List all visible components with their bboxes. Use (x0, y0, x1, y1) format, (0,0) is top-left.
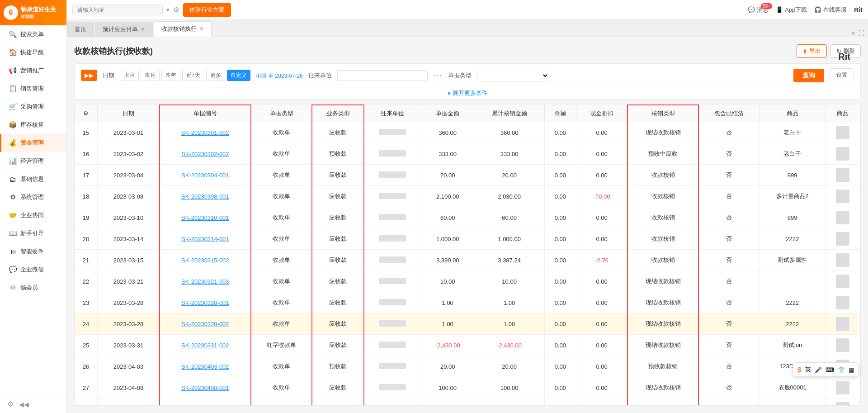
cell-doc-no[interactable]: SK-20230314-001 (160, 228, 251, 250)
filter-this-month[interactable]: 本月 (141, 70, 160, 81)
col-biz-type[interactable]: 业务类型 (312, 105, 363, 122)
export-btn[interactable]: ⬆ 导出 (797, 44, 827, 58)
sidebar-item-finance[interactable]: 💰资金管理 (0, 134, 66, 152)
filter-this-year[interactable]: 本年 (161, 70, 180, 81)
cell-cancel-amount: 100.00 (474, 377, 544, 399)
app-download-btn[interactable]: 📱 App下载 (776, 6, 807, 14)
filter-more[interactable]: 更多 (206, 70, 225, 81)
table-row: 17 2023-03-04 SK-20230304-001 收款单 应收款 20… (75, 165, 860, 186)
col-cancel-type[interactable]: 核销类型 (627, 105, 698, 122)
cell-doc-no[interactable]: SK-20230418-001 (160, 399, 251, 406)
sidebar-item-guide[interactable]: 📖新手引导 (0, 224, 66, 242)
address-input[interactable] (72, 5, 163, 15)
col-product[interactable]: 商品 (760, 105, 826, 122)
float-mic-icon[interactable]: 🎤 (815, 366, 822, 373)
sidebar-item-corp[interactable]: 🤝企业协同 (0, 206, 66, 224)
cell-doc-no[interactable]: SK-20230328-002 (160, 313, 251, 335)
setting-btn[interactable]: 设置 (830, 68, 854, 82)
col-include-settled[interactable]: 包含已结清 (698, 105, 760, 122)
wechat-icon: 💬 (9, 266, 17, 274)
cell-cancel-amount: 2,030.00 (474, 186, 544, 207)
cell-cancel-amount: 60.00 (474, 207, 544, 228)
query-btn[interactable]: 查询 (793, 69, 824, 82)
sidebar-item-member[interactable]: ♾畅会员 (0, 279, 66, 297)
cell-cash-discount: 0.00 (576, 377, 628, 399)
col-date[interactable]: 日期 (98, 105, 160, 122)
filter-7days[interactable]: 近7天 (182, 70, 204, 81)
sidebar-item-wechat[interactable]: 💬企业微信 (0, 261, 66, 279)
filter-doc-type-select[interactable] (477, 70, 549, 81)
cell-amount: 100.00 (421, 399, 474, 406)
sidebar-item-operations[interactable]: 📊经营管理 (0, 152, 66, 170)
cell-doc-no[interactable]: SK-20230328-001 (160, 292, 251, 313)
collapse-icon[interactable]: ◀◀ (19, 401, 29, 408)
col-doc-no[interactable]: 单据编号 (160, 105, 251, 122)
cell-cash-discount: 0.00 (576, 271, 628, 292)
sidebar-item-shortcut[interactable]: 🏠快捷导航 (0, 43, 66, 62)
cell-include-settled: 否 (698, 165, 760, 186)
industry-btn[interactable]: 体验行业方案 (183, 3, 231, 17)
sidebar-item-purchase[interactable]: 🛒采购管理 (0, 98, 66, 116)
settings-footer-icon[interactable]: ⚙ (7, 400, 14, 408)
shortcut-icon: 🏠 (9, 48, 17, 57)
col-cash-discount[interactable]: 现金折扣 (576, 105, 628, 122)
gear-icon[interactable]: ⚙ (173, 5, 179, 14)
tab-receipt-cancel[interactable]: 收款核销执行 ✕ (154, 21, 212, 37)
filter-last-month[interactable]: 上月 (120, 70, 139, 81)
cell-biz-type: 预收款 (312, 143, 363, 165)
float-grid-icon[interactable]: ▦ (849, 366, 854, 373)
sidebar-item-stock[interactable]: 📦库存核算 (0, 116, 66, 134)
col-balance[interactable]: 余额 (544, 105, 576, 122)
cell-doc-no[interactable]: SK-20230408-001 (160, 377, 251, 399)
tab-payable-close[interactable]: ✕ (141, 26, 145, 33)
col-product2[interactable]: 商品 (826, 105, 860, 122)
sidebar-item-system[interactable]: ⚙系统管理 (0, 188, 66, 206)
tab-close-all-icon[interactable]: ✕ (851, 30, 856, 37)
col-amount[interactable]: 单据金额 (421, 105, 474, 122)
cell-cancel-type: 现结收款核销 (627, 399, 698, 406)
cell-biz-type: 应收款 (312, 228, 363, 250)
sidebar-item-base[interactable]: 🗂基础信息 (0, 170, 66, 188)
filter-expand-bar[interactable]: ▾ 展开更多条件 (74, 87, 861, 100)
cell-doc-no[interactable]: SK-20230304-001 (160, 165, 251, 186)
sidebar-item-marketing[interactable]: 📢营销推广 (0, 62, 66, 80)
cell-doc-type: 收款单 (251, 122, 312, 143)
sidebar-item-search[interactable]: 🔍搜索菜单 (0, 25, 66, 43)
filter-toggle-btn[interactable]: ▶▶ (81, 70, 97, 81)
online-service-btn[interactable]: 🎧 在线客服 (814, 6, 847, 14)
col-partner[interactable]: 往来单位 (364, 105, 421, 122)
user-avatar[interactable]: Rit (854, 6, 863, 14)
cell-doc-no[interactable]: SK-20230321-003 (160, 271, 251, 292)
col-doc-type[interactable]: 单据类型 (251, 105, 312, 122)
cell-doc-no[interactable]: SK-20230302-002 (160, 143, 251, 165)
cell-partner (364, 250, 421, 271)
col-settings[interactable]: ⚙ (75, 105, 98, 122)
tab-expand-icon[interactable]: ⛶ (859, 30, 864, 37)
float-shirt-icon[interactable]: 👕 (838, 366, 845, 373)
sidebar-item-sales[interactable]: 📋销售管理 (0, 80, 66, 98)
float-keyboard-icon[interactable]: ⌨ (826, 366, 834, 373)
tab-receipt-cancel-close[interactable]: ✕ (199, 26, 204, 32)
col-cancel-amount[interactable]: 累计核销金额 (474, 105, 544, 122)
cell-doc-no[interactable]: SK-20230308-001 (160, 186, 251, 207)
filter-custom-btn[interactable]: 自定义 (227, 70, 250, 81)
filter-partner-dots[interactable]: ··· (433, 71, 443, 80)
cell-product: 测试多属性 (760, 250, 826, 271)
member-icon: ♾ (9, 284, 17, 292)
cell-cancel-amount: 1.00 (474, 313, 544, 335)
tab-payable[interactable]: 预计应应付单 ✕ (95, 22, 153, 37)
message-btn[interactable]: 💬 消息 99+ (748, 6, 769, 14)
cell-doc-no[interactable]: SK-20230403-002 (160, 356, 251, 377)
cell-cancel-type: 现结收款核销 (627, 335, 698, 356)
cell-doc-no[interactable]: SK-20230301-002 (160, 122, 251, 143)
tab-home[interactable]: 首页 (67, 22, 94, 37)
cell-doc-no[interactable]: SK-20230315-002 (160, 250, 251, 271)
dropdown-icon[interactable]: ▾ (166, 6, 170, 13)
cell-doc-type: 红字收款单 (251, 335, 312, 356)
cell-biz-type: 应收款 (312, 292, 363, 313)
filter-partner-input[interactable] (337, 70, 428, 81)
cell-partner (364, 335, 421, 356)
sidebar-item-hardware[interactable]: 🖥智能硬件 (0, 242, 66, 261)
cell-doc-no[interactable]: SK-20230310-001 (160, 207, 251, 228)
cell-doc-no[interactable]: SK-20230331-002 (160, 335, 251, 356)
